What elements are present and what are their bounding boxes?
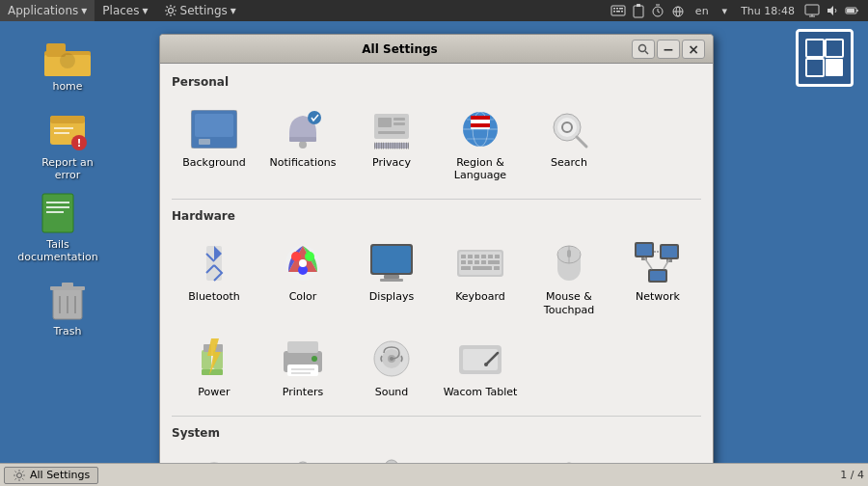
trash-icon — [48, 279, 87, 321]
places-menu[interactable]: Places ▾ — [95, 0, 155, 21]
svg-rect-64 — [378, 131, 405, 134]
report-label: Report an error — [33, 156, 102, 181]
svg-line-121 — [644, 257, 652, 269]
sound-settings-icon — [368, 336, 415, 382]
svg-rect-104 — [488, 260, 500, 264]
svg-point-28 — [60, 53, 75, 68]
system-section-title: System — [172, 426, 701, 442]
printers-icon — [280, 336, 326, 382]
language-indicator[interactable]: en — [692, 3, 713, 19]
keyboard-icon — [610, 4, 626, 17]
svg-rect-9 — [634, 6, 643, 17]
svg-rect-97 — [481, 255, 486, 258]
svg-rect-4 — [619, 8, 621, 10]
svg-point-137 — [390, 357, 393, 361]
home-label: home — [52, 80, 82, 93]
search-button[interactable] — [632, 40, 655, 59]
dialog-titlebar: All Settings − × — [160, 35, 713, 64]
taskbar-right: en ▾ Thu 18:48 — [610, 3, 868, 19]
clock: Thu 18:48 — [737, 3, 799, 19]
svg-rect-39 — [46, 211, 64, 213]
svg-rect-2 — [613, 8, 615, 10]
svg-line-52 — [645, 51, 648, 54]
desktop-icon-home[interactable]: home — [29, 34, 106, 96]
background-label: Background — [182, 156, 246, 169]
trash-label: Trash — [53, 325, 81, 338]
settings-item-color[interactable]: Color — [260, 232, 345, 323]
keyboard-settings-icon — [457, 240, 503, 286]
svg-point-0 — [168, 9, 173, 14]
taskbar-left: Applications ▾ Places ▾ Settings ▾ — [0, 0, 244, 21]
dialog-title: All Settings — [168, 42, 632, 56]
active-window-label: All Settings — [30, 469, 90, 481]
mouse-icon — [546, 240, 592, 286]
printers-label: Printers — [283, 386, 323, 398]
svg-rect-3 — [616, 8, 618, 10]
region-label: Region & Language — [454, 156, 506, 181]
svg-rect-55 — [195, 114, 233, 137]
notifications-icon — [280, 106, 326, 152]
settings-item-search[interactable]: Search — [527, 98, 611, 189]
svg-rect-107 — [494, 266, 500, 270]
settings-item-sound[interactable]: Sound — [349, 328, 434, 406]
bluetooth-icon — [191, 240, 237, 286]
svg-rect-37 — [46, 202, 69, 203]
timer-icon — [651, 4, 665, 17]
settings-item-privacy[interactable]: |||||||||||||||| Privacy — [349, 98, 434, 189]
svg-rect-18 — [805, 5, 819, 14]
svg-rect-102 — [475, 260, 479, 264]
settings-item-notifications[interactable]: Notifications — [260, 98, 345, 189]
settings-item-keyboard[interactable]: Keyboard — [438, 232, 523, 323]
svg-rect-38 — [46, 206, 69, 208]
svg-point-51 — [639, 44, 646, 51]
close-button[interactable]: × — [682, 40, 705, 59]
tails-docs-icon — [37, 192, 79, 234]
settings-item-printers[interactable]: Printers — [260, 328, 345, 406]
svg-point-77 — [557, 118, 577, 137]
desktop-icon-trash[interactable]: Trash — [29, 275, 106, 341]
privacy-icon: |||||||||||||||| — [368, 106, 415, 152]
svg-rect-96 — [475, 255, 479, 258]
settings-item-power[interactable]: Power — [172, 328, 257, 406]
svg-rect-30 — [50, 116, 85, 123]
minimize-button[interactable]: − — [657, 40, 680, 59]
settings-item-network[interactable]: Network — [615, 232, 700, 323]
search-icon — [637, 43, 649, 55]
svg-rect-61 — [378, 118, 392, 127]
power-label: Power — [198, 386, 230, 398]
desktop-icon-tails-docs[interactable]: Tails documentation — [19, 188, 96, 267]
settings-item-bluetooth[interactable]: Bluetooth — [172, 232, 257, 323]
places-label: Places — [102, 4, 139, 17]
svg-rect-23 — [847, 9, 854, 13]
lang-arrow: ▾ — [719, 3, 732, 19]
desktop-icon-report[interactable]: ! Report an error — [29, 106, 106, 185]
svg-rect-129 — [287, 341, 318, 353]
network-status-icon — [670, 4, 686, 17]
svg-rect-120 — [650, 271, 665, 281]
svg-rect-125 — [202, 369, 223, 375]
svg-point-133 — [312, 356, 317, 362]
settings-item-wacom[interactable]: Wacom Tablet — [438, 328, 523, 406]
color-label: Color — [289, 290, 317, 303]
settings-menu[interactable]: Settings ▾ — [156, 0, 244, 21]
svg-point-141 — [484, 363, 488, 366]
svg-rect-32 — [54, 132, 69, 134]
settings-item-mouse[interactable]: Mouse & Touchpad — [527, 232, 611, 323]
svg-rect-94 — [461, 255, 466, 258]
active-window-item[interactable]: All Settings — [4, 467, 98, 484]
svg-rect-73 — [471, 116, 490, 120]
mouse-label: Mouse & Touchpad — [544, 290, 594, 315]
home-folder-icon — [44, 38, 91, 76]
monitor-icon — [804, 4, 820, 17]
applications-menu[interactable]: Applications ▾ — [0, 0, 95, 21]
gear-icon — [164, 4, 177, 17]
settings-item-background[interactable]: Background — [172, 98, 257, 189]
page-indicator: 1 / 4 — [840, 469, 864, 481]
wacom-label: Wacom Tablet — [444, 386, 518, 398]
settings-item-displays[interactable]: Displays — [349, 232, 434, 323]
sound-icon — [826, 4, 839, 17]
svg-rect-46 — [62, 283, 73, 287]
svg-rect-90 — [384, 275, 399, 279]
svg-line-78 — [577, 137, 586, 147]
settings-item-region[interactable]: Region & Language — [438, 98, 523, 189]
